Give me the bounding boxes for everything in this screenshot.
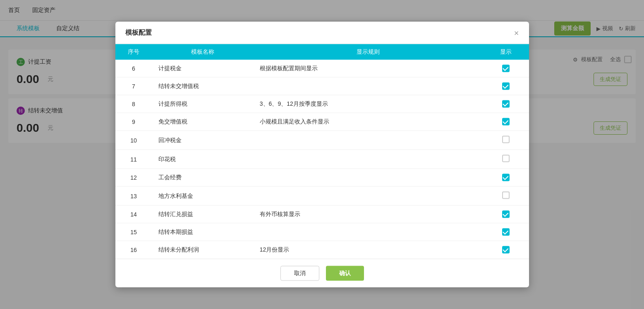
- cell-index: 6: [115, 60, 152, 78]
- row-12-checkbox[interactable]: [502, 174, 510, 181]
- modal-title: 模板配置: [125, 29, 152, 37]
- cell-name: 回冲税金: [152, 131, 253, 150]
- table-row: 11印花税: [115, 150, 529, 169]
- th-display: 显示: [483, 44, 529, 60]
- cell-name: 计提税金: [152, 60, 253, 78]
- row-10-checkbox[interactable]: [502, 136, 510, 143]
- cancel-button[interactable]: 取消: [280, 266, 319, 281]
- table-row: 9免交增值税小规模且满足收入条件显示: [115, 113, 529, 131]
- cell-rule: [253, 150, 483, 169]
- cell-rule: [253, 131, 483, 150]
- cell-checkbox: [483, 205, 529, 223]
- modal-table-scroll[interactable]: 序号 模板名称 显示规则 显示 6计提税金根据模板配置期间显示7结转未交增值税8…: [115, 44, 529, 259]
- cell-rule: 12月份显示: [253, 241, 483, 259]
- cell-name: 结转未交增值税: [152, 77, 253, 95]
- cell-rule: 小规模且满足收入条件显示: [253, 113, 483, 131]
- row-7-checkbox[interactable]: [502, 83, 510, 90]
- cell-index: 16: [115, 241, 152, 259]
- cell-name: 结转未分配利润: [152, 241, 253, 259]
- row-14-checkbox[interactable]: [502, 211, 510, 218]
- cell-checkbox: [483, 169, 529, 186]
- cell-rule: [253, 186, 483, 205]
- cell-name: 地方水利基金: [152, 186, 253, 205]
- cell-index: 10: [115, 131, 152, 150]
- th-index: 序号: [115, 44, 152, 60]
- cell-name: 结转本期损益: [152, 223, 253, 241]
- cell-name: 免交增值税: [152, 113, 253, 131]
- table-row: 12工会经费: [115, 169, 529, 186]
- cell-checkbox: [483, 150, 529, 169]
- cell-index: 14: [115, 205, 152, 223]
- cell-name: 计提所得税: [152, 95, 253, 113]
- table-header-row: 序号 模板名称 显示规则 显示: [115, 44, 529, 60]
- modal-close-button[interactable]: ×: [514, 29, 519, 37]
- cell-rule: 有外币核算显示: [253, 205, 483, 223]
- cell-name: 结转汇兑损益: [152, 205, 253, 223]
- row-8-checkbox[interactable]: [502, 100, 510, 108]
- cell-index: 13: [115, 186, 152, 205]
- row-9-checkbox[interactable]: [502, 118, 510, 126]
- cell-index: 8: [115, 95, 152, 113]
- row-6-checkbox[interactable]: [502, 65, 510, 72]
- template-config-modal: 模板配置 × 序号 模板名称 显示规则 显示 6计提税金根据模板配置期间显示7结…: [115, 22, 529, 288]
- cell-checkbox: [483, 113, 529, 131]
- table-row: 14结转汇兑损益有外币核算显示: [115, 205, 529, 223]
- cell-index: 9: [115, 113, 152, 131]
- row-15-checkbox[interactable]: [502, 228, 510, 236]
- cell-rule: [253, 169, 483, 186]
- row-13-checkbox[interactable]: [502, 192, 510, 199]
- th-rule: 显示规则: [253, 44, 483, 60]
- cell-checkbox: [483, 77, 529, 95]
- modal-footer: 取消 确认: [115, 259, 529, 288]
- cell-checkbox: [483, 241, 529, 259]
- cell-rule: [253, 223, 483, 241]
- cell-rule: 3、6、9、12月按季度显示: [253, 95, 483, 113]
- cell-name: 印花税: [152, 150, 253, 169]
- cell-checkbox: [483, 131, 529, 150]
- th-name: 模板名称: [152, 44, 253, 60]
- table-row: 15结转本期损益: [115, 223, 529, 241]
- table-row: 13地方水利基金: [115, 186, 529, 205]
- table-row: 10回冲税金: [115, 131, 529, 150]
- confirm-button[interactable]: 确认: [326, 266, 364, 281]
- modal-table: 序号 模板名称 显示规则 显示 6计提税金根据模板配置期间显示7结转未交增值税8…: [115, 44, 529, 259]
- cell-rule: 根据模板配置期间显示: [253, 60, 483, 78]
- cell-rule: [253, 77, 483, 95]
- cell-index: 12: [115, 169, 152, 186]
- row-11-checkbox[interactable]: [502, 155, 510, 162]
- cell-checkbox: [483, 95, 529, 113]
- row-16-checkbox[interactable]: [502, 246, 510, 254]
- cell-index: 11: [115, 150, 152, 169]
- table-row: 6计提税金根据模板配置期间显示: [115, 60, 529, 78]
- cell-checkbox: [483, 60, 529, 78]
- cell-name: 工会经费: [152, 169, 253, 186]
- table-row: 7结转未交增值税: [115, 77, 529, 95]
- cell-index: 15: [115, 223, 152, 241]
- modal-header: 模板配置 ×: [115, 22, 529, 44]
- cell-index: 7: [115, 77, 152, 95]
- table-row: 16结转未分配利润12月份显示: [115, 241, 529, 259]
- cell-checkbox: [483, 223, 529, 241]
- table-row: 8计提所得税3、6、9、12月按季度显示: [115, 95, 529, 113]
- cell-checkbox: [483, 186, 529, 205]
